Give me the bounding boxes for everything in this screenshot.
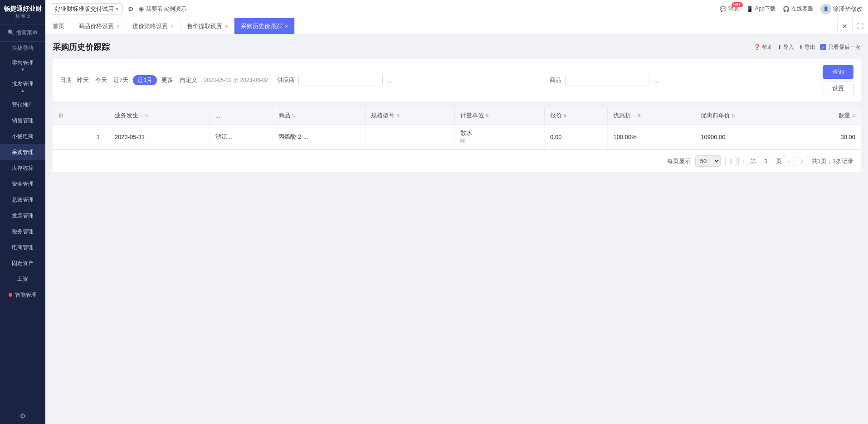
export-button[interactable]: ⬇ 导出: [799, 43, 815, 51]
page-nav: ⟪ ‹ 第 页 › ⟫: [725, 156, 807, 166]
edition-selector[interactable]: 好业财标准版交付试用 ▾: [51, 3, 123, 15]
headset-icon: 🎧: [783, 6, 790, 12]
date-filter-group: 日期 昨天 今天 近7天 近1月 更多 自定义 2023-05-02 至 202…: [60, 75, 268, 85]
message-badge: 99+: [731, 2, 743, 7]
per-page-select[interactable]: 50 100 200: [695, 155, 721, 167]
tab-home[interactable]: 首页: [45, 18, 72, 34]
date-opt-more[interactable]: 更多: [160, 75, 175, 85]
tab-purchase-strategy-label: 进价策略设置: [132, 22, 168, 30]
import-button[interactable]: ⬆ 导入: [777, 43, 794, 51]
tab-history-track-close[interactable]: ×: [285, 24, 288, 29]
th-unit[interactable]: 计量单位 ⇅: [455, 107, 545, 125]
online-service-button[interactable]: 🎧 在线客服: [783, 5, 813, 13]
page-last-button[interactable]: ⟫: [796, 156, 807, 166]
sidebar-item-ecommerce[interactable]: 电商管理: [0, 239, 45, 255]
sort-price-before-icon: ⇅: [731, 113, 735, 118]
top-bar: 好业财标准版交付试用 ▾ ⚙ ◉ 我要看实例演示 💬 消息 99+ 📱 App下…: [45, 0, 868, 18]
page-input[interactable]: [758, 156, 774, 166]
message-icon: 💬: [720, 6, 727, 12]
goods-more-icon[interactable]: ...: [653, 76, 659, 84]
supplier-input[interactable]: [298, 75, 383, 86]
td-supplier: 浙江...: [210, 125, 273, 149]
demo-button[interactable]: ◉ 我要看实例演示: [139, 5, 187, 13]
download-icon: 📱: [746, 6, 753, 12]
page-prev-button[interactable]: ‹: [738, 156, 748, 166]
sidebar-item-wholesale[interactable]: 批发管理 ▲: [0, 76, 45, 96]
td-quote: 0.00: [545, 125, 608, 149]
sidebar-item-invoice[interactable]: 发票管理: [0, 207, 45, 223]
goods-input[interactable]: [565, 75, 649, 86]
logo-title: 畅捷通好业财: [4, 5, 42, 13]
message-button[interactable]: 💬 消息 99+: [720, 5, 739, 13]
date-opt-last7[interactable]: 近7天: [112, 75, 130, 85]
help-button[interactable]: ❓ 帮助: [754, 43, 773, 51]
sidebar-item-tax[interactable]: 税务管理: [0, 223, 45, 239]
sidebar-item-ledger[interactable]: 总账管理: [0, 192, 45, 207]
sort-quote-icon: ⇅: [563, 113, 567, 118]
tab-maximize-button[interactable]: ⛶: [852, 18, 868, 34]
th-seq: [91, 107, 109, 125]
th-spec[interactable]: 规格型号 ⇅: [365, 107, 455, 125]
supplier-more-icon[interactable]: ...: [386, 76, 392, 84]
tab-price[interactable]: 商品价格设置 ×: [72, 18, 126, 34]
sidebar-item-finance[interactable]: 资金管理: [0, 176, 45, 192]
th-quote[interactable]: 报价 ⇅: [545, 107, 608, 125]
column-settings-icon: ⚙: [58, 112, 64, 119]
tab-purchase-strategy[interactable]: 进价策略设置 ×: [126, 18, 180, 34]
play-icon: ◉: [139, 5, 144, 12]
date-opt-yesterday[interactable]: 昨天: [75, 75, 91, 85]
page-first-button[interactable]: ⟪: [725, 156, 736, 166]
date-options: 昨天 今天 近7天 近1月 更多 自定义: [75, 75, 199, 85]
th-goods[interactable]: 商品 ⇅: [273, 107, 365, 125]
sidebar-item-assets[interactable]: 固定资产: [0, 255, 45, 271]
notification-dot: [9, 293, 12, 297]
only-last-checkbox[interactable]: ✓: [820, 44, 826, 50]
sidebar-item-inventory[interactable]: 库存核算: [0, 160, 45, 176]
chevron-down-icon: ▼: [20, 67, 25, 72]
sidebar-item-marketing[interactable]: 营销推广: [0, 96, 45, 112]
filter-buttons: 查询 设置: [823, 65, 853, 95]
filter-row: 日期 昨天 今天 近7天 近1月 更多 自定义 2023-05-02 至 202…: [60, 65, 853, 95]
th-quantity[interactable]: 数量 ⇅: [798, 107, 861, 125]
th-biz-date[interactable]: 业务发生... ⇅: [109, 107, 210, 125]
tab-sale-extract[interactable]: 售价提取设置 ×: [180, 18, 234, 34]
th-price-before[interactable]: 优惠前单价 ⇅: [695, 107, 798, 125]
sidebar-item-smart[interactable]: 智能管理: [0, 287, 45, 303]
sidebar-search[interactable]: 🔍 搜索菜单: [0, 24, 45, 42]
per-page-label: 每页显示: [667, 157, 691, 165]
sidebar-item-sales[interactable]: 销售管理: [0, 112, 45, 128]
top-bar-right: 💬 消息 99+ 📱 App下载 🎧 在线客服 👤 徐泽华修改: [720, 4, 863, 14]
total-info: 共1页，1条记录: [812, 157, 853, 165]
tab-history-track[interactable]: 采购历史价跟踪 ×: [234, 18, 294, 34]
search-icon: 🔍: [8, 29, 15, 36]
sidebar-item-retail[interactable]: 零售管理 ▼: [0, 55, 45, 76]
user-menu[interactable]: 👤 徐泽华修改: [820, 4, 863, 14]
td-quantity: 30.00: [798, 125, 861, 149]
settings-button[interactable]: ⚙: [127, 4, 135, 14]
th-discount[interactable]: 优惠折... ⇅: [608, 107, 695, 125]
tab-purchase-strategy-close[interactable]: ×: [171, 24, 173, 29]
date-opt-today[interactable]: 今天: [93, 75, 109, 85]
th-dots[interactable]: ...: [210, 107, 273, 125]
th-gear[interactable]: ⚙: [53, 107, 91, 125]
sidebar-item-ecommerce-small[interactable]: 小畅电商: [0, 128, 45, 144]
sidebar-item-salary[interactable]: 工资: [0, 271, 45, 287]
tab-sale-extract-close[interactable]: ×: [225, 24, 228, 29]
main-area: 好业财标准版交付试用 ▾ ⚙ ◉ 我要看实例演示 💬 消息 99+ 📱 App下…: [45, 0, 868, 424]
app-download-button[interactable]: 📱 App下载: [746, 5, 775, 13]
query-button[interactable]: 查询: [823, 65, 853, 79]
settings-icon[interactable]: ⚙: [20, 412, 26, 420]
date-opt-last1m[interactable]: 近1月: [133, 75, 157, 85]
sort-goods-icon: ⇅: [292, 113, 295, 118]
tab-close-button[interactable]: ✕: [837, 18, 852, 34]
sidebar-quick-nav[interactable]: 快捷导航: [0, 42, 45, 55]
filter-settings-button[interactable]: 设置: [823, 82, 853, 95]
page-next-button[interactable]: ›: [784, 156, 794, 166]
date-opt-custom[interactable]: 自定义: [178, 75, 199, 85]
date-range-display: 2023-05-02 至 2023-06-02: [204, 77, 268, 84]
td-unit: 散水吨: [455, 125, 545, 149]
pagination-bar: 每页显示 50 100 200 ⟪ ‹ 第 页 › ⟫: [53, 149, 861, 172]
tab-price-close[interactable]: ×: [117, 24, 119, 29]
sidebar-item-purchase[interactable]: 采购管理: [0, 144, 45, 160]
tab-bar-actions: ✕ ⛶: [837, 18, 868, 34]
